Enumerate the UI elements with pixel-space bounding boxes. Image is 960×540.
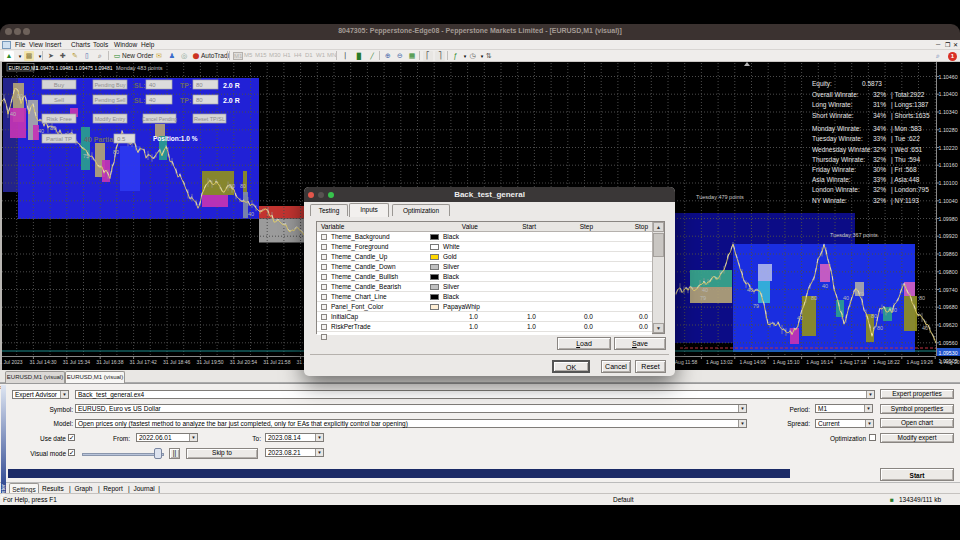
svg-text:Thursday Winrate:: Thursday Winrate: bbox=[812, 156, 865, 164]
svg-text:Long Winrate:: Long Winrate: bbox=[812, 101, 853, 109]
svg-text:1.10160: 1.10160 bbox=[939, 162, 958, 168]
svg-text:1 Aug 15:10: 1 Aug 15:10 bbox=[773, 359, 800, 365]
svg-text:| London:795: | London:795 bbox=[891, 186, 929, 194]
svg-text:31 Jul 16:38: 31 Jul 16:38 bbox=[96, 359, 123, 365]
svg-text:80: 80 bbox=[17, 93, 23, 99]
svg-text:| Wed :651: | Wed :651 bbox=[891, 146, 923, 154]
svg-text:80: 80 bbox=[113, 149, 119, 155]
svg-text:79: 79 bbox=[858, 291, 864, 297]
svg-text:31 Jul 18:46: 31 Jul 18:46 bbox=[163, 359, 190, 365]
svg-text:1 Aug 17:18: 1 Aug 17:18 bbox=[840, 359, 867, 365]
svg-text:| Asia:448: | Asia:448 bbox=[891, 176, 920, 184]
svg-text:1.09860: 1.09860 bbox=[939, 251, 958, 257]
svg-text:80: 80 bbox=[871, 313, 877, 319]
svg-text:32%: 32% bbox=[873, 197, 886, 204]
svg-text:79: 79 bbox=[700, 295, 706, 301]
svg-text:1.09920: 1.09920 bbox=[939, 233, 958, 239]
svg-text:| Fri :568: | Fri :568 bbox=[891, 166, 917, 174]
svg-text:1 Aug 19:26: 1 Aug 19:26 bbox=[906, 359, 933, 365]
svg-text:Equity:: Equity: bbox=[812, 80, 832, 88]
svg-text:40: 40 bbox=[797, 315, 803, 321]
svg-text:32%: 32% bbox=[873, 186, 886, 193]
svg-text:80: 80 bbox=[811, 295, 817, 301]
svg-text:80: 80 bbox=[919, 295, 925, 301]
svg-text:31 Jul 14:30: 31 Jul 14:30 bbox=[29, 359, 56, 365]
svg-text:32%: 32% bbox=[873, 146, 886, 153]
svg-text:Wednesday Winrate:: Wednesday Winrate: bbox=[812, 146, 872, 154]
svg-text:1.10280: 1.10280 bbox=[939, 127, 958, 133]
svg-text:75: 75 bbox=[83, 153, 89, 159]
svg-text:31%: 31% bbox=[873, 101, 886, 108]
svg-text:Buy: Buy bbox=[54, 82, 64, 88]
svg-text:80: 80 bbox=[891, 307, 897, 313]
svg-text:Monday Winrate:: Monday Winrate: bbox=[812, 125, 861, 133]
svg-text:40 Partial:: 40 Partial: bbox=[84, 136, 117, 143]
svg-text:34%: 34% bbox=[873, 125, 886, 132]
svg-text:SL:: SL: bbox=[134, 97, 145, 104]
svg-text:31 Jul 17:42: 31 Jul 17:42 bbox=[130, 359, 157, 365]
svg-text:TP:: TP: bbox=[180, 82, 191, 89]
svg-text:40: 40 bbox=[149, 82, 156, 88]
svg-text:1.09530: 1.09530 bbox=[939, 350, 958, 356]
svg-text:1.10460: 1.10460 bbox=[939, 74, 958, 80]
svg-text:40: 40 bbox=[38, 128, 44, 134]
svg-text:Sell: Sell bbox=[54, 97, 64, 103]
svg-text:1.10400: 1.10400 bbox=[939, 91, 958, 97]
svg-text:1.09740: 1.09740 bbox=[939, 287, 958, 293]
svg-text:| Thu :594: | Thu :594 bbox=[891, 156, 920, 164]
svg-text:80: 80 bbox=[196, 82, 203, 88]
svg-text:1.09560: 1.09560 bbox=[939, 340, 958, 346]
svg-text:1.09680: 1.09680 bbox=[939, 304, 958, 310]
svg-text:32%: 32% bbox=[873, 91, 886, 98]
svg-text:31 Jul 15:34: 31 Jul 15:34 bbox=[63, 359, 90, 365]
svg-text:0.5: 0.5 bbox=[117, 136, 126, 142]
svg-text:40: 40 bbox=[843, 295, 849, 301]
svg-text:80: 80 bbox=[240, 183, 246, 189]
svg-text:Position:1.0 %: Position:1.0 % bbox=[153, 135, 198, 142]
svg-text:80: 80 bbox=[196, 97, 203, 103]
svg-text:80: 80 bbox=[229, 183, 235, 189]
svg-text:31 Jul 19:50: 31 Jul 19:50 bbox=[196, 359, 223, 365]
svg-text:Friday Winrate:: Friday Winrate: bbox=[812, 166, 856, 174]
svg-text:33%: 33% bbox=[873, 176, 886, 183]
svg-text:Pending Buy: Pending Buy bbox=[94, 82, 125, 88]
svg-text:SL:: SL: bbox=[134, 82, 145, 89]
svg-text:| Total:2922: | Total:2922 bbox=[891, 91, 925, 99]
svg-text:30%: 30% bbox=[873, 166, 886, 173]
svg-text:Cancel Pending: Cancel Pending bbox=[142, 116, 178, 122]
svg-text:2.0 R: 2.0 R bbox=[223, 82, 240, 89]
svg-text:1 Aug 13:02: 1 Aug 13:02 bbox=[706, 359, 733, 365]
svg-text:Tuesday Winrate:: Tuesday Winrate: bbox=[812, 135, 863, 143]
svg-text:| Shorts:1635: | Shorts:1635 bbox=[891, 112, 930, 120]
svg-text:Reset TP/SL: Reset TP/SL bbox=[194, 116, 225, 122]
svg-text:1.09800: 1.09800 bbox=[939, 269, 958, 275]
svg-text:2.0 R: 2.0 R bbox=[223, 97, 240, 104]
svg-text:33%: 33% bbox=[873, 135, 886, 142]
svg-text:40: 40 bbox=[822, 283, 828, 289]
svg-text:0.5873: 0.5873 bbox=[862, 80, 882, 87]
svg-text:| Longs:1387: | Longs:1387 bbox=[891, 101, 929, 109]
svg-text:31 Jul 20:54: 31 Jul 20:54 bbox=[230, 359, 257, 365]
svg-text:1 Aug 20:30: 1 Aug 20:30 bbox=[940, 359, 960, 365]
svg-text:1 Aug 16:14: 1 Aug 16:14 bbox=[806, 359, 833, 365]
svg-text:Monday 483 points: Monday 483 points bbox=[116, 65, 163, 71]
svg-text:1.10220: 1.10220 bbox=[939, 145, 958, 151]
svg-text:TP:: TP: bbox=[180, 97, 191, 104]
svg-text:| Mon :583: | Mon :583 bbox=[891, 125, 922, 133]
svg-text:40: 40 bbox=[702, 287, 708, 293]
svg-text:1 Aug 14:06: 1 Aug 14:06 bbox=[739, 359, 766, 365]
svg-text:1.09476 1.09481 1.09475 1.0948: 1.09476 1.09481 1.09475 1.09481 bbox=[36, 65, 113, 71]
svg-text:1.10340: 1.10340 bbox=[939, 109, 958, 115]
svg-text:80: 80 bbox=[50, 125, 56, 131]
svg-text:EURUSD,M1: EURUSD,M1 bbox=[9, 65, 39, 71]
svg-text:| NY:1193: | NY:1193 bbox=[891, 197, 919, 205]
svg-text:1.10100: 1.10100 bbox=[939, 180, 958, 186]
svg-text:Overall Winrate:: Overall Winrate: bbox=[812, 91, 859, 98]
svg-text:Asia Winrate:: Asia Winrate: bbox=[812, 176, 851, 183]
svg-text:Tuesday 479 points: Tuesday 479 points bbox=[696, 194, 744, 200]
svg-text:80: 80 bbox=[877, 325, 883, 331]
svg-text:| Tue :622: | Tue :622 bbox=[891, 135, 920, 143]
svg-text:31 Jul 21:58: 31 Jul 21:58 bbox=[263, 359, 290, 365]
svg-text:40: 40 bbox=[248, 211, 254, 217]
svg-text:Short Winrate:: Short Winrate: bbox=[812, 112, 854, 119]
